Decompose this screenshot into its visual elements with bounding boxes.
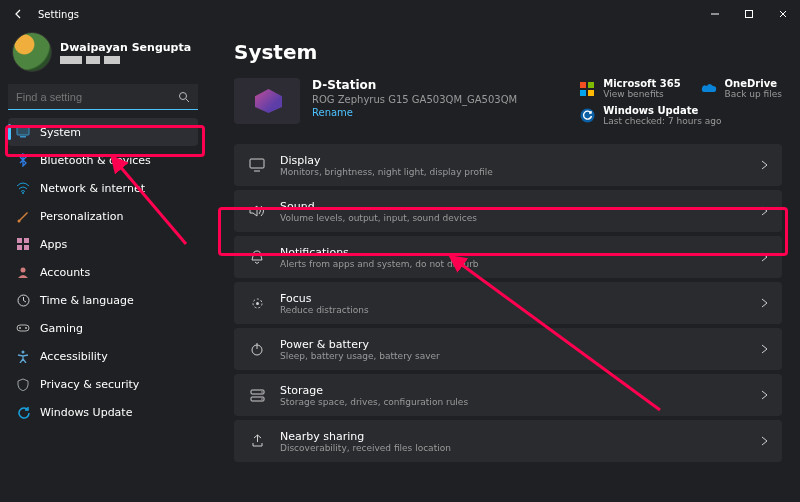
svg-point-17 [22, 350, 25, 353]
sidebar-item-accessibility[interactable]: Accessibility [8, 342, 198, 370]
accessibility-icon [16, 349, 30, 363]
chevron-right-icon [761, 252, 768, 262]
tile-sub: Back up files [725, 89, 782, 99]
back-button[interactable] [4, 0, 32, 28]
profile[interactable]: Dwaipayan Sengupta [8, 28, 198, 78]
card-sub: Volume levels, output, input, sound devi… [280, 213, 747, 223]
card-sub: Monitors, brightness, night light, displ… [280, 167, 747, 177]
svg-point-6 [22, 192, 24, 194]
shield-icon [16, 377, 30, 391]
system-icon [16, 125, 30, 139]
tile-title: OneDrive [725, 78, 782, 89]
wifi-icon [16, 181, 30, 195]
tile-sub: View benefits [603, 89, 680, 99]
chevron-right-icon [761, 390, 768, 400]
card-sub: Storage space, drives, configuration rul… [280, 397, 747, 407]
storage-icon [248, 389, 266, 402]
card-focus[interactable]: FocusReduce distractions [234, 282, 782, 324]
svg-point-31 [261, 391, 262, 392]
sidebar-item-label: Personalization [40, 210, 123, 223]
sidebar-item-accounts[interactable]: Accounts [8, 258, 198, 286]
sidebar-item-gaming[interactable]: Gaming [8, 314, 198, 342]
display-icon [248, 158, 266, 172]
chevron-right-icon [761, 160, 768, 170]
chevron-right-icon [761, 436, 768, 446]
sidebar-item-label: System [40, 126, 81, 139]
tile-windows-update[interactable]: Windows UpdateLast checked: 7 hours ago [579, 105, 782, 126]
bluetooth-icon [16, 153, 30, 167]
card-nearby-sharing[interactable]: Nearby sharingDiscoverability, received … [234, 420, 782, 462]
sidebar-item-personalization[interactable]: Personalization [8, 202, 198, 230]
minimize-button[interactable] [698, 0, 732, 28]
sidebar-item-apps[interactable]: Apps [8, 230, 198, 258]
card-title: Notifications [280, 246, 747, 259]
close-button[interactable] [766, 0, 800, 28]
sidebar: Dwaipayan Sengupta System Bluetooth & de… [0, 28, 206, 502]
bell-icon [248, 250, 266, 265]
card-power[interactable]: Power & batterySleep, battery usage, bat… [234, 328, 782, 370]
sound-icon [248, 204, 266, 218]
card-sub: Alerts from apps and system, do not dist… [280, 259, 747, 269]
chevron-right-icon [761, 344, 768, 354]
m365-icon [579, 81, 595, 97]
paintbrush-icon [16, 209, 30, 223]
sidebar-item-time[interactable]: Time & language [8, 286, 198, 314]
card-notifications[interactable]: NotificationsAlerts from apps and system… [234, 236, 782, 278]
power-icon [248, 342, 266, 356]
sidebar-item-privacy[interactable]: Privacy & security [8, 370, 198, 398]
svg-point-16 [25, 327, 27, 329]
device-model: ROG Zephyrus G15 GA503QM_GA503QM [312, 94, 517, 105]
window-title: Settings [38, 9, 79, 20]
settings-cards: DisplayMonitors, brightness, night light… [234, 144, 782, 462]
tile-microsoft365[interactable]: Microsoft 365View benefits [579, 78, 680, 99]
sidebar-item-label: Privacy & security [40, 378, 139, 391]
svg-rect-8 [17, 238, 22, 243]
svg-point-12 [21, 268, 26, 273]
sidebar-item-label: Network & internet [40, 182, 145, 195]
search-box[interactable] [8, 84, 198, 110]
svg-line-3 [186, 99, 189, 102]
search-input[interactable] [16, 91, 178, 103]
maximize-button[interactable] [732, 0, 766, 28]
svg-rect-4 [17, 127, 29, 135]
share-icon [248, 434, 266, 448]
profile-email-redacted [60, 56, 191, 64]
device-rename-link[interactable]: Rename [312, 107, 517, 118]
tile-sub: Last checked: 7 hours ago [603, 116, 721, 126]
sidebar-item-label: Accessibility [40, 350, 108, 363]
svg-point-32 [261, 398, 262, 399]
sidebar-item-label: Windows Update [40, 406, 132, 419]
tile-onedrive[interactable]: OneDriveBack up files [701, 78, 782, 99]
card-title: Power & battery [280, 338, 747, 351]
sidebar-item-label: Accounts [40, 266, 90, 279]
card-display[interactable]: DisplayMonitors, brightness, night light… [234, 144, 782, 186]
chevron-right-icon [761, 206, 768, 216]
profile-name: Dwaipayan Sengupta [60, 41, 191, 54]
person-icon [16, 265, 30, 279]
sidebar-item-system[interactable]: System [8, 118, 198, 146]
card-title: Storage [280, 384, 747, 397]
card-storage[interactable]: StorageStorage space, drives, configurat… [234, 374, 782, 416]
page-title: System [234, 40, 782, 64]
clock-globe-icon [16, 293, 30, 307]
gamepad-icon [16, 321, 30, 335]
card-title: Sound [280, 200, 747, 213]
svg-rect-23 [250, 159, 264, 168]
svg-point-15 [19, 327, 21, 329]
content-pane: System D-Station ROG Zephyrus G15 GA503Q… [206, 28, 800, 502]
card-sound[interactable]: SoundVolume levels, output, input, sound… [234, 190, 782, 232]
card-sub: Reduce distractions [280, 305, 747, 315]
sidebar-nav: System Bluetooth & devices Network & int… [8, 118, 198, 426]
svg-rect-1 [746, 11, 753, 18]
sidebar-item-bluetooth[interactable]: Bluetooth & devices [8, 146, 198, 174]
onedrive-icon [701, 81, 717, 97]
svg-rect-21 [588, 90, 594, 96]
sidebar-item-windows-update[interactable]: Windows Update [8, 398, 198, 426]
device-card[interactable]: D-Station ROG Zephyrus G15 GA503QM_GA503… [234, 78, 561, 126]
search-icon [178, 91, 190, 103]
svg-point-2 [180, 92, 187, 99]
card-sub: Discoverability, received files location [280, 443, 747, 453]
sidebar-item-network[interactable]: Network & internet [8, 174, 198, 202]
svg-rect-9 [24, 238, 29, 243]
titlebar: Settings [0, 0, 800, 28]
